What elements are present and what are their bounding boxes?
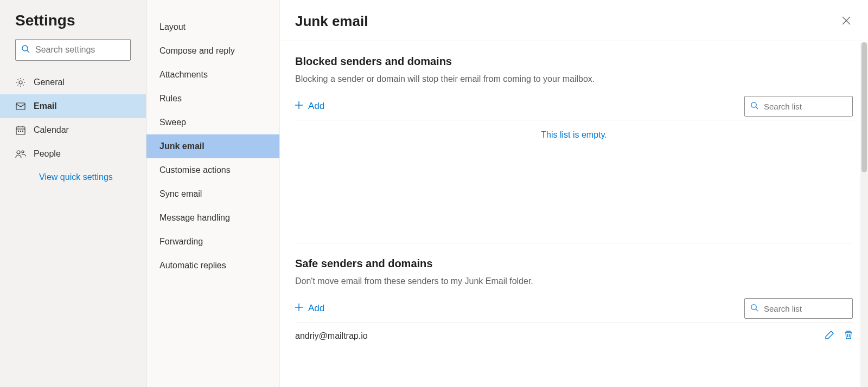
subnav-item-forwarding[interactable]: Forwarding [146, 230, 279, 254]
svg-point-12 [22, 151, 24, 153]
add-label: Add [308, 303, 324, 314]
trash-icon [844, 332, 853, 341]
gear-icon [15, 78, 26, 87]
search-icon [21, 44, 30, 55]
page-title: Junk email [295, 13, 368, 30]
settings-title: Settings [0, 12, 146, 39]
svg-line-22 [756, 309, 758, 311]
edit-icon [825, 332, 834, 341]
subnav-item-layout[interactable]: Layout [146, 15, 279, 39]
close-icon [842, 17, 851, 27]
svg-line-1 [27, 50, 29, 53]
row-actions [825, 330, 853, 342]
svg-point-9 [20, 131, 21, 131]
svg-point-17 [751, 102, 756, 107]
sidebar-item-label: Calendar [34, 125, 69, 135]
safe-title: Safe senders and domains [295, 257, 853, 270]
svg-point-2 [19, 81, 22, 84]
edit-button[interactable] [825, 330, 834, 342]
blocked-search-input[interactable] [764, 102, 847, 111]
svg-line-18 [756, 107, 758, 109]
subnav-item-junk-email[interactable]: Junk email [146, 134, 279, 158]
plus-icon [295, 303, 303, 314]
subnav-item-rules[interactable]: Rules [146, 87, 279, 111]
sidebar-item-general[interactable]: General [0, 70, 146, 94]
view-quick-settings-link[interactable]: View quick settings [0, 166, 146, 182]
mail-icon [15, 102, 26, 110]
subnav-item-attachments[interactable]: Attachments [146, 63, 279, 87]
sidebar-item-label: People [34, 149, 61, 159]
subnav-item-sync-email[interactable]: Sync email [146, 182, 279, 206]
subnav-item-sweep[interactable]: Sweep [146, 111, 279, 134]
main-body: Blocked senders and domains Blocking a s… [280, 41, 868, 387]
blocked-add-button[interactable]: Add [295, 101, 324, 112]
svg-point-0 [22, 46, 28, 51]
svg-point-21 [751, 304, 756, 309]
main-panel: Junk email Blocked senders and domains B… [280, 0, 868, 387]
settings-sidebar: Settings General [0, 0, 146, 387]
svg-rect-3 [16, 103, 25, 109]
subnav-item-message-handling[interactable]: Message handling [146, 206, 279, 230]
search-settings-input[interactable] [35, 45, 125, 55]
delete-button[interactable] [844, 330, 853, 342]
plus-icon [295, 101, 303, 112]
sidebar-item-email[interactable]: Email [0, 94, 146, 118]
blocked-senders-section: Blocked senders and domains Blocking a s… [295, 41, 853, 237]
svg-point-10 [22, 131, 23, 131]
add-label: Add [308, 101, 324, 112]
svg-point-8 [18, 131, 18, 131]
scrollbar[interactable] [860, 42, 868, 387]
sidebar-item-calendar[interactable]: Calendar [0, 118, 146, 142]
close-button[interactable] [840, 14, 853, 29]
main-header: Junk email [280, 0, 868, 41]
scrollbar-thumb[interactable] [861, 42, 867, 172]
sidebar-item-label: General [34, 78, 65, 87]
settings-nav: General Email [0, 70, 146, 166]
people-icon [15, 150, 26, 158]
calendar-icon [15, 125, 26, 135]
blocked-desc: Blocking a sender or domain will stop th… [295, 74, 853, 84]
subnav-item-customise-actions[interactable]: Customise actions [146, 158, 279, 182]
safe-desc: Don't move email from these senders to m… [295, 276, 853, 286]
settings-subnav: Layout Compose and reply Attachments Rul… [146, 0, 280, 387]
blocked-empty-message: This list is empty. [295, 120, 853, 237]
search-settings-wrap[interactable] [15, 39, 131, 61]
safe-add-button[interactable]: Add [295, 303, 324, 314]
sidebar-item-label: Email [34, 101, 57, 111]
safe-senders-section: Safe senders and domains Don't move emai… [295, 243, 853, 342]
search-icon [750, 304, 758, 314]
subnav-item-compose-reply[interactable]: Compose and reply [146, 39, 279, 63]
safe-toolbar: Add [295, 298, 853, 322]
search-icon [750, 101, 758, 112]
blocked-title: Blocked senders and domains [295, 55, 853, 68]
safe-list-row: andriy@mailtrap.io [295, 322, 853, 342]
blocked-search-wrap[interactable] [744, 96, 853, 117]
blocked-toolbar: Add [295, 96, 853, 120]
sidebar-item-people[interactable]: People [0, 142, 146, 166]
safe-entry-address: andriy@mailtrap.io [295, 331, 368, 341]
safe-search-wrap[interactable] [744, 298, 853, 319]
subnav-item-automatic-replies[interactable]: Automatic replies [146, 254, 279, 278]
safe-search-input[interactable] [764, 304, 847, 313]
svg-point-11 [17, 151, 20, 154]
